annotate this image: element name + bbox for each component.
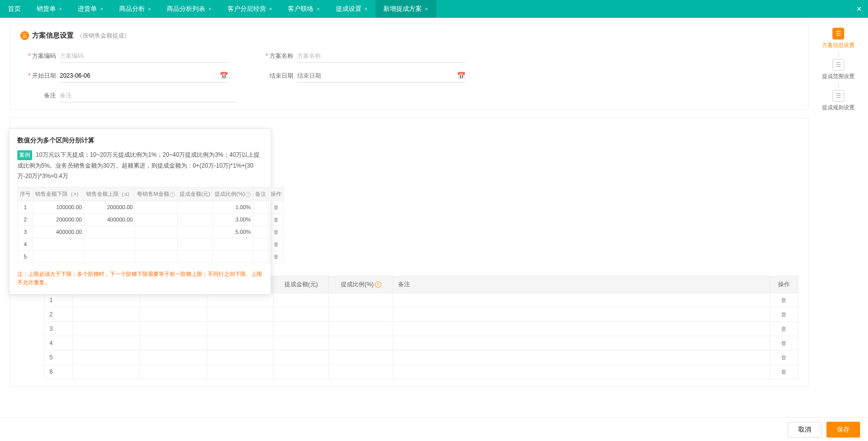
close-icon[interactable]: × [850, 0, 868, 18]
pop-col-header: 序号 [18, 187, 33, 201]
side-nav: ☰方案信息设置☰提成范围设置☰提成规则设置 [819, 28, 858, 111]
popover-example: 案例 10万元以下无提成；10~20万元提成比例为1%；20~40万提成比例为3… [17, 150, 263, 182]
table-row: 6🗑 [45, 365, 798, 379]
popover-note: 注：上限必须大于下限；多个阶梯时，下一个阶梯下限需要等于前一阶梯上限；不同行之间… [17, 270, 263, 287]
label-start-date: 开始日期 [20, 72, 60, 80]
label-plan-name: 方案名称 [258, 52, 297, 60]
side-step-0[interactable]: ☰方案信息设置 [822, 28, 855, 49]
tab-label: 首页 [8, 4, 21, 13]
pop-col-header: 每销售M金额? [135, 187, 177, 201]
cell-no: 4 [45, 336, 73, 351]
delete-icon[interactable]: 🗑 [781, 325, 787, 332]
pop-col-header: 提成比例(%)? [212, 187, 253, 201]
popover-title: 数值分为多个区间分别计算 [17, 136, 263, 145]
tab-label: 商品分析列表 [167, 4, 205, 13]
cell-no: 5 [45, 351, 73, 365]
col-header: 操作 [770, 276, 798, 293]
side-step-1[interactable]: ☰提成范围设置 [822, 59, 855, 80]
tab-label: 进货单 [78, 4, 97, 13]
help-icon: ? [245, 192, 251, 197]
label-remark: 备注 [20, 91, 60, 100]
table-row: 1🗑 [45, 293, 798, 308]
step-label: 提成规则设置 [822, 104, 855, 111]
pop-table-row: 1100000.00200000.001.00%🗑 [18, 201, 284, 213]
help-icon[interactable]: ? [375, 281, 381, 288]
section-title-text: 方案信息设置 [32, 31, 74, 40]
cell-no: 2 [45, 308, 73, 322]
tab-close-icon[interactable]: × [365, 6, 367, 12]
delete-icon[interactable]: 🗑 [781, 311, 787, 318]
delete-icon[interactable]: 🗑 [781, 368, 787, 375]
tab-close-icon[interactable]: × [269, 6, 272, 12]
delete-icon[interactable]: 🗑 [274, 217, 279, 222]
tab-close-icon[interactable]: × [317, 6, 320, 12]
tab-label: 客户分层经营 [228, 4, 266, 13]
delete-icon[interactable]: 🗑 [781, 297, 787, 304]
input-remark[interactable] [60, 88, 238, 102]
tab-close-icon[interactable]: × [425, 6, 428, 12]
section-plan-info: ☰ 方案信息设置 （按销售金额提成） 方案编码 方案名称 开始日期 📅 结束 [10, 24, 809, 110]
tab-进货单[interactable]: 进货单× [70, 0, 111, 18]
tab-label: 商品分析 [119, 4, 145, 13]
tab-客户分层经营[interactable]: 客户分层经营× [220, 0, 280, 18]
tab-close-icon[interactable]: × [59, 6, 62, 12]
table-row: 3🗑 [45, 322, 798, 336]
tab-label: 提成设置 [336, 4, 362, 13]
help-icon: ? [170, 192, 175, 197]
example-tag: 案例 [17, 150, 32, 160]
tab-商品分析[interactable]: 商品分析× [111, 0, 159, 18]
popover-table: 序号销售金额下限（>）销售金额上限（≤）每销售M金额?提成金额(元)提成比例(%… [17, 187, 284, 263]
start-date-field[interactable]: 📅 [60, 69, 228, 83]
calendar-icon[interactable]: 📅 [457, 72, 465, 80]
input-plan-name[interactable] [297, 49, 465, 63]
cell-no: 6 [45, 365, 73, 379]
tab-新增提成方案[interactable]: 新增提成方案× [375, 0, 436, 18]
pop-col-header: 操作 [269, 187, 284, 201]
section-title: ☰ 方案信息设置 （按销售金额提成） [20, 31, 798, 40]
delete-icon[interactable]: 🗑 [781, 354, 787, 361]
tab-label: 新增提成方案 [383, 4, 422, 13]
input-end-date[interactable] [297, 72, 457, 79]
tab-close-icon[interactable]: × [148, 6, 151, 12]
end-date-field[interactable]: 📅 [297, 69, 465, 83]
pop-table-row: 2200000.00400000.003.00%🗑 [18, 213, 284, 225]
tab-bar: 首页销货单×进货单×商品分析×商品分析列表×客户分层经营×客户联络×提成设置×新… [0, 0, 868, 18]
pop-col-header: 销售金额下限（>） [33, 187, 84, 201]
table-row: 5🗑 [45, 351, 798, 365]
side-step-2[interactable]: ☰提成规则设置 [822, 90, 855, 111]
pop-col-header: 提成金额(元) [177, 187, 212, 201]
tab-label: 客户联络 [288, 4, 314, 13]
step-icon: ☰ [832, 59, 844, 71]
example-text: 10万元以下无提成；10~20万元提成比例为1%；20~40万提成比例为3%；4… [17, 151, 260, 179]
input-start-date[interactable] [60, 72, 220, 79]
input-plan-code[interactable] [60, 49, 228, 63]
section-icon: ☰ [20, 31, 29, 40]
tab-销货单[interactable]: 销货单× [29, 0, 70, 18]
form-grid: 方案编码 方案名称 开始日期 📅 结束日期 📅 [20, 49, 465, 102]
step-icon: ☰ [832, 28, 844, 40]
tab-商品分析列表[interactable]: 商品分析列表× [159, 0, 219, 18]
table-row: 2🗑 [45, 308, 798, 322]
col-header: 备注 [393, 276, 770, 293]
example-popover: 数值分为多个区间分别计算 案例 10万元以下无提成；10~20万元提成比例为1%… [9, 129, 271, 295]
delete-icon[interactable]: 🗑 [781, 340, 787, 347]
pop-table-row: 3400000.005.00%🗑 [18, 225, 284, 238]
pop-table-row: 5🗑 [18, 250, 284, 263]
delete-icon[interactable]: 🗑 [274, 204, 279, 210]
delete-icon[interactable]: 🗑 [274, 254, 279, 260]
tab-首页[interactable]: 首页 [0, 0, 29, 18]
step-label: 方案信息设置 [822, 42, 855, 49]
label-plan-code: 方案编码 [20, 52, 60, 60]
pop-col-header: 备注 [253, 187, 269, 201]
tab-close-icon[interactable]: × [208, 6, 211, 12]
tab-提成设置[interactable]: 提成设置× [328, 0, 375, 18]
label-end-date: 结束日期 [258, 72, 297, 80]
calendar-icon[interactable]: 📅 [220, 72, 228, 80]
section-subtitle: （按销售金额提成） [77, 32, 130, 40]
pop-table-row: 4🗑 [18, 238, 284, 250]
step-label: 提成范围设置 [822, 73, 855, 80]
delete-icon[interactable]: 🗑 [274, 229, 279, 235]
delete-icon[interactable]: 🗑 [274, 241, 279, 247]
tab-close-icon[interactable]: × [100, 6, 103, 12]
tab-客户联络[interactable]: 客户联络× [280, 0, 327, 18]
